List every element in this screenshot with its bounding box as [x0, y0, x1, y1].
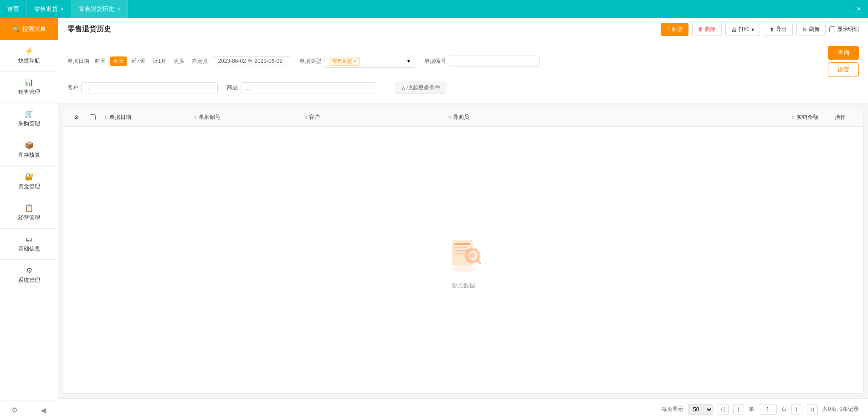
collapse-filter-button[interactable]: ∧ 收起更多条件	[395, 82, 446, 94]
tab-retail-return-close[interactable]: ×	[61, 6, 64, 12]
last-page-button[interactable]: ⟩⟩	[807, 404, 818, 415]
print-dropdown-icon: ▾	[751, 26, 754, 33]
sidebar-item-sales-label: 销售管理	[18, 88, 40, 96]
window-close-button[interactable]: ×	[850, 0, 868, 18]
quick-nav-icon: ⚡	[25, 46, 34, 55]
refresh-label: 刷新	[809, 26, 820, 33]
export-button[interactable]: ⬆ 导出	[764, 23, 793, 36]
sidebar-item-purchase[interactable]: 🛒 采购管理	[0, 103, 58, 134]
page-label: 第	[749, 405, 754, 413]
first-page-button[interactable]: ⟨⟨	[718, 404, 729, 415]
print-icon: 🖨	[731, 26, 737, 33]
sales-icon: 📊	[25, 78, 34, 87]
date-btn-yesterday[interactable]: 昨天	[92, 56, 108, 66]
pagination: 每页显示 50 100 200 ⟨⟨ ⟨ 第 页 ⟩ ⟩⟩ 共0页, 0条记录	[58, 398, 868, 420]
type-select-arrow: ▾	[407, 58, 410, 64]
svg-rect-2	[454, 243, 470, 245]
content-area: 零售退货历史 + 新增 🗑 删除 🖨 打印 ▾ ⬆ 导出 ↻	[58, 18, 868, 420]
col-setting[interactable]: ⚙	[68, 114, 84, 121]
goods-select[interactable]: ...	[241, 82, 377, 93]
col-number-header: ⇅ 单据编号	[190, 113, 300, 121]
page-title: 零售退货历史	[67, 25, 111, 34]
empty-state: 暂无数据	[441, 230, 486, 290]
sidebar-item-inventory[interactable]: 📦 库存核算	[0, 134, 58, 166]
delete-button[interactable]: 🗑 删除	[692, 23, 722, 36]
col-check[interactable]	[84, 114, 101, 120]
sidebar-search[interactable]: 🔍 搜索菜单	[0, 18, 58, 40]
collapse-sidebar-button[interactable]: ◀	[29, 400, 58, 420]
customer-select[interactable]: ...	[81, 82, 218, 93]
sort-number-icon[interactable]: ⇅	[194, 115, 197, 120]
toolbar: + 新增 🗑 删除 🖨 打印 ▾ ⬆ 导出 ↻ 刷新	[661, 23, 859, 36]
operations-icon: 📋	[25, 204, 34, 212]
sort-date-icon[interactable]: ⇅	[104, 115, 108, 120]
main-layout: 🔍 搜索菜单 ⚡ 快捷导航 📊 销售管理 🛒 采购管理 📦 库存核算 🔐	[0, 18, 868, 420]
export-icon: ⬆	[770, 26, 774, 33]
show-detail-checkbox-label[interactable]: 显示明细	[829, 26, 859, 33]
table-container: ⚙ ⇅ 单据日期 ⇅ 单据编号 ⇅ 客户 ⇅ 导购员	[63, 108, 863, 394]
total-label: 共0页, 0条记录	[822, 405, 859, 413]
tab-retail-return[interactable]: 零售退货 ×	[27, 0, 72, 18]
col-customer-header: ⇅ 客户	[300, 113, 444, 121]
search-icon: 🔍	[12, 26, 20, 33]
docno-filter-label: 单据编号	[424, 57, 446, 65]
col-action-label: 操作	[835, 113, 846, 121]
col-date-label: 单据日期	[109, 113, 131, 121]
prev-page-button[interactable]: ⟨	[733, 404, 744, 415]
sidebar: 🔍 搜索菜单 ⚡ 快捷导航 📊 销售管理 🛒 采购管理 📦 库存核算 🔐	[0, 18, 58, 420]
next-page-button[interactable]: ⟩	[791, 404, 802, 415]
show-detail-label: 显示明细	[837, 26, 859, 33]
per-page-select[interactable]: 50 100 200	[688, 404, 713, 415]
customer-filter-label: 客户	[67, 84, 78, 92]
sidebar-item-basic-info[interactable]: 🗂 基础信息	[0, 229, 58, 260]
export-label: 导出	[776, 26, 787, 33]
sidebar-item-finance[interactable]: 🔐 资金管理	[0, 166, 58, 197]
date-btns: 昨天 今天 近7天 近1月 更多 自定义	[92, 56, 211, 66]
print-button[interactable]: 🖨 打印 ▾	[725, 23, 760, 36]
set-button[interactable]: 设置	[828, 62, 859, 77]
refresh-button[interactable]: ↻ 刷新	[796, 23, 826, 36]
type-select-tag-close[interactable]: ×	[354, 58, 356, 64]
sidebar-item-quick-nav[interactable]: ⚡ 快捷导航	[0, 40, 58, 72]
tab-home[interactable]: 首页	[0, 0, 27, 18]
sidebar-item-system[interactable]: ⚙ 系统管理	[0, 260, 58, 291]
table-body: 暂无数据	[63, 127, 863, 393]
print-label: 打印	[739, 26, 750, 33]
settings-button[interactable]: ⚙	[0, 400, 29, 420]
sort-amount-icon[interactable]: ⇅	[791, 115, 795, 120]
tab-retail-return-history[interactable]: 零售退货历史 ×	[72, 0, 128, 18]
col-guide-header: ⇅ 导购员	[444, 113, 534, 121]
type-filter: 单据类型 零售退货 × ▾	[299, 55, 415, 68]
date-btn-7days[interactable]: 近7天	[128, 56, 148, 66]
date-btn-custom[interactable]: 自定义	[189, 56, 211, 66]
date-btn-more[interactable]: 更多	[171, 56, 187, 66]
query-button[interactable]: 查询	[828, 46, 859, 60]
show-detail-checkbox[interactable]	[829, 26, 835, 32]
page-header: 零售退货历史 + 新增 🗑 删除 🖨 打印 ▾ ⬆ 导出 ↻	[58, 18, 868, 103]
customer-filter: 客户 ...	[67, 82, 218, 93]
basic-info-icon: 🗂	[26, 235, 33, 243]
add-button[interactable]: + 新增	[661, 23, 688, 36]
tab-retail-return-history-label: 零售退货历史	[79, 5, 114, 13]
sidebar-item-system-label: 系统管理	[18, 277, 40, 284]
tab-list: 首页 零售退货 × 零售退货历史 ×	[0, 0, 850, 18]
goods-filter-label: 商品	[227, 84, 238, 92]
date-btn-today[interactable]: 今天	[110, 56, 127, 66]
select-all-checkbox[interactable]	[90, 114, 96, 120]
date-btn-1month[interactable]: 近1月	[150, 56, 169, 66]
tab-retail-return-history-close[interactable]: ×	[117, 6, 120, 12]
sidebar-nav: ⚡ 快捷导航 📊 销售管理 🛒 采购管理 📦 库存核算 🔐 资金管理 📋	[0, 40, 58, 400]
tab-retail-return-label: 零售退货	[34, 5, 58, 13]
sort-guide-icon[interactable]: ⇅	[448, 115, 452, 120]
refresh-icon: ↻	[802, 26, 807, 33]
page-input[interactable]	[759, 405, 777, 415]
docno-input[interactable]	[449, 56, 540, 67]
sidebar-item-operations[interactable]: 📋 经营管理	[0, 197, 58, 229]
sort-customer-icon[interactable]: ⇅	[304, 115, 308, 120]
type-select[interactable]: 零售退货 × ▾	[324, 55, 415, 68]
date-range-input[interactable]	[214, 56, 290, 66]
docno-filter: 单据编号	[424, 56, 540, 67]
col-number-label: 单据编号	[199, 113, 221, 121]
sidebar-item-sales[interactable]: 📊 销售管理	[0, 72, 58, 103]
col-action-header: 操作	[822, 113, 858, 121]
